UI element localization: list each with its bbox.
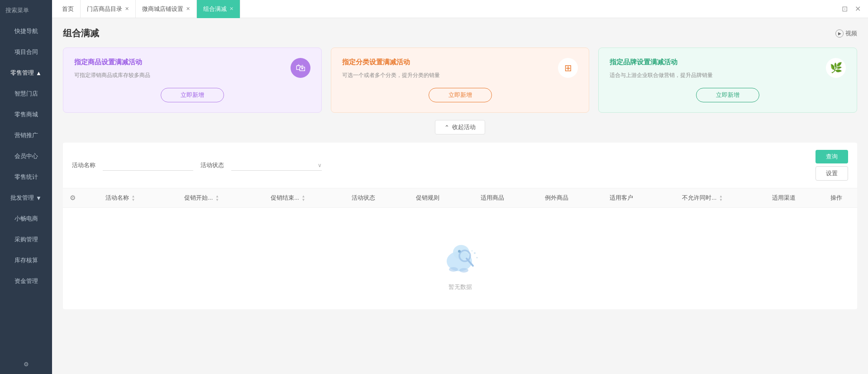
table-header-not-allow-concurrent: 不允许同时... ▲▼ bbox=[653, 188, 751, 208]
main-area: 首页 门店商品目录 ✕ 微商城店铺设置 ✕ 组合满减 ✕ ⊡ ✕ 组合满减 ▶ … bbox=[52, 0, 868, 374]
sidebar-item-purchase-mgmt[interactable]: 采购管理 bbox=[0, 229, 52, 250]
sidebar-item-project-contract[interactable]: 项目合同 bbox=[0, 42, 52, 62]
category-card: ⊞ 指定分类设置满减活动 可选一个或者多个分类，提升分类的销量 立即新增 bbox=[331, 48, 590, 113]
product-card-title: 指定商品设置满减活动 bbox=[74, 58, 310, 67]
product-card: 🛍 指定商品设置满减活动 可指定滞销商品或库存较多商品 立即新增 bbox=[63, 48, 322, 113]
sort-arrows-promo-end[interactable]: ▲▼ bbox=[302, 195, 305, 202]
sidebar-item-smart-store[interactable]: 智慧门店 bbox=[0, 83, 52, 104]
brand-card: 🌿 指定品牌设置满减活动 适合与上游企业联合做营销，提升品牌销量 立即新增 bbox=[598, 48, 857, 113]
table-header-applicable-goods: 适用商品 bbox=[460, 188, 525, 208]
sidebar-item-member-center[interactable]: 会员中心 bbox=[0, 146, 52, 167]
product-card-add-button[interactable]: 立即新增 bbox=[161, 88, 224, 102]
chevron-up-icon: ⌃ bbox=[444, 124, 449, 131]
video-icon: ▶ bbox=[835, 29, 844, 38]
activity-status-select[interactable]: ∨ bbox=[231, 160, 322, 171]
table-header-exception-goods: 例外商品 bbox=[525, 188, 589, 208]
sidebar-item-retail-mgmt[interactable]: 零售管理 ▲ bbox=[0, 62, 52, 83]
window-controls: ⊡ ✕ bbox=[840, 5, 864, 13]
table-header-activity-name: 活动名称 ▲▼ bbox=[82, 188, 158, 208]
tab-bar: 首页 门店商品目录 ✕ 微商城店铺设置 ✕ 组合满减 ✕ ⊡ ✕ bbox=[52, 0, 868, 18]
cards-row: 🛍 指定商品设置满减活动 可指定滞销商品或库存较多商品 立即新增 ⊞ 指定分类设… bbox=[63, 48, 857, 113]
category-card-desc: 可选一个或者多个分类，提升分类的销量 bbox=[342, 71, 578, 80]
activity-status-label: 活动状态 bbox=[200, 161, 224, 169]
sidebar-item-marketing[interactable]: 营销推广 bbox=[0, 125, 52, 146]
table-header-applicable-customer: 适用客户 bbox=[589, 188, 653, 208]
sidebar-search[interactable]: 搜索菜单 bbox=[0, 0, 52, 21]
settings-icon[interactable]: ⚙ bbox=[0, 355, 52, 374]
collapse-bar: ⌃ 收起活动 bbox=[63, 120, 857, 134]
table-header-promo-rule: 促销规则 bbox=[396, 188, 460, 208]
sort-arrows-activity-name[interactable]: ▲▼ bbox=[131, 195, 135, 202]
content-area: 组合满减 ▶ 视频 🛍 指定商品设置满减活动 可指定滞销商品或库存较多商品 立即… bbox=[52, 18, 868, 374]
filter-settings-button[interactable]: 设置 bbox=[816, 166, 848, 181]
brand-card-add-button[interactable]: 立即新增 bbox=[696, 88, 759, 102]
sidebar-item-quick-nav[interactable]: 快捷导航 bbox=[0, 21, 52, 42]
table-header-promo-end: 促销结束... ▲▼ bbox=[245, 188, 331, 208]
tab-wechat-settings[interactable]: 微商城店铺设置 ✕ bbox=[136, 0, 197, 18]
brand-card-desc: 适合与上游企业联合做营销，提升品牌销量 bbox=[610, 71, 846, 80]
chevron-down-icon: ∨ bbox=[318, 162, 322, 168]
table-header-applicable-channel: 适用渠道 bbox=[751, 188, 816, 208]
table-header-action: 操作 bbox=[816, 188, 857, 208]
product-card-icon: 🛍 bbox=[291, 58, 310, 78]
table-header-gear: ⚙ bbox=[63, 188, 82, 208]
svg-point-7 bbox=[471, 250, 472, 252]
chevron-up-icon: ▲ bbox=[36, 70, 42, 77]
filter-row: 活动名称 活动状态 ∨ 查询 设置 bbox=[63, 143, 857, 188]
sidebar-item-retail-stats[interactable]: 零售统计 bbox=[0, 167, 52, 187]
tab-home[interactable]: 首页 bbox=[56, 0, 81, 18]
table-header-promo-start: 促销开始... ▲▼ bbox=[158, 188, 245, 208]
tab-combo-discount[interactable]: 组合满减 ✕ bbox=[197, 0, 240, 18]
brand-card-icon: 🌿 bbox=[826, 58, 846, 78]
query-button[interactable]: 查询 bbox=[816, 150, 848, 163]
svg-point-5 bbox=[474, 252, 476, 254]
collapse-button[interactable]: ⌃ 收起活动 bbox=[435, 120, 485, 134]
chevron-down-icon: ▼ bbox=[36, 195, 42, 201]
page-title: 组合满减 bbox=[63, 27, 99, 39]
sidebar-item-finance[interactable]: 资金管理 bbox=[0, 271, 52, 292]
tab-close-combo-discount[interactable]: ✕ bbox=[229, 6, 234, 12]
maximize-button[interactable]: ⊡ bbox=[840, 5, 849, 13]
sidebar: 搜索菜单 快捷导航 项目合同 零售管理 ▲ 智慧门店 零售商城 营销推广 会员中… bbox=[0, 0, 52, 374]
category-card-title: 指定分类设置满减活动 bbox=[342, 58, 578, 67]
svg-point-9 bbox=[459, 268, 468, 273]
close-button[interactable]: ✕ bbox=[853, 5, 863, 13]
data-table: ⚙ 活动名称 ▲▼ 促销开始... ▲▼ 促销结束... ▲▼ bbox=[63, 188, 857, 309]
empty-text: 暂无数据 bbox=[63, 283, 857, 291]
svg-point-8 bbox=[449, 267, 458, 272]
gear-icon[interactable]: ⚙ bbox=[70, 194, 76, 201]
product-card-desc: 可指定滞销商品或库存较多商品 bbox=[74, 71, 310, 80]
sidebar-item-wholesale-mgmt[interactable]: 批发管理 ▼ bbox=[0, 187, 52, 208]
svg-point-6 bbox=[476, 257, 477, 259]
sidebar-item-retail-mall[interactable]: 零售商城 bbox=[0, 104, 52, 125]
sidebar-item-inventory[interactable]: 库存核算 bbox=[0, 250, 52, 271]
sort-arrows-promo-start[interactable]: ▲▼ bbox=[215, 195, 219, 202]
data-table-wrap: ⚙ 活动名称 ▲▼ 促销开始... ▲▼ 促销结束... ▲▼ bbox=[63, 188, 857, 309]
empty-illustration bbox=[438, 235, 483, 276]
page-header: 组合满减 ▶ 视频 bbox=[63, 27, 857, 39]
empty-state: 暂无数据 bbox=[63, 208, 857, 309]
tab-close-wechat-settings[interactable]: ✕ bbox=[186, 6, 190, 12]
table-header-activity-status: 活动状态 bbox=[331, 188, 396, 208]
sidebar-item-xiaochangec[interactable]: 小畅电商 bbox=[0, 208, 52, 229]
brand-card-title: 指定品牌设置满减活动 bbox=[610, 58, 846, 67]
sort-arrows-concurrent[interactable]: ▲▼ bbox=[719, 195, 723, 202]
tab-store-catalog[interactable]: 门店商品目录 ✕ bbox=[81, 0, 136, 18]
svg-point-4 bbox=[458, 250, 461, 253]
activity-name-label: 活动名称 bbox=[72, 161, 95, 169]
category-card-add-button[interactable]: 立即新增 bbox=[429, 88, 492, 102]
video-button[interactable]: ▶ 视频 bbox=[835, 29, 857, 38]
tab-close-store-catalog[interactable]: ✕ bbox=[125, 6, 129, 12]
activity-name-input[interactable] bbox=[103, 160, 193, 171]
